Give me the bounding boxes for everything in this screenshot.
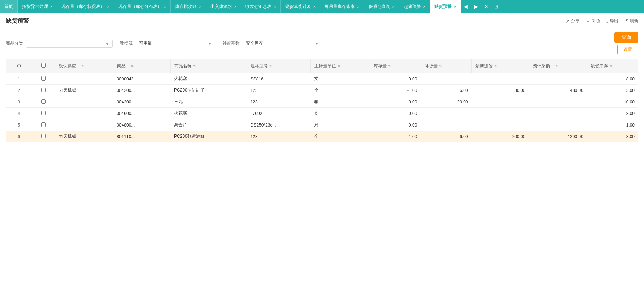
cell-checkbox[interactable] <box>32 131 55 142</box>
tab-close-order-stats[interactable]: × <box>313 4 316 9</box>
th-settings: ⚙ <box>6 59 32 73</box>
tab-inout-flow[interactable]: 出入库流水 × <box>206 0 241 13</box>
cell-name: PC200油缸缸子 <box>170 85 247 96</box>
tab-batch-account[interactable]: 库存批次账 × <box>171 0 206 13</box>
cell-name: PC200张紧油缸 <box>170 131 247 142</box>
th-code[interactable]: 商品... ⇅ <box>113 59 170 73</box>
tab-close-inventory-status[interactable]: × <box>107 4 109 9</box>
cell-replenish: 6.00 <box>421 85 471 96</box>
cell-code: 004800... <box>113 119 170 131</box>
cell-replenish <box>421 73 471 85</box>
row-checkbox[interactable] <box>41 122 46 127</box>
cell-min-stock: 3.00 <box>587 85 638 96</box>
refresh-button[interactable]: ↺ 刷新 <box>624 18 638 24</box>
cell-code: 0000042 <box>113 73 170 85</box>
tab-close-available-ledger[interactable]: × <box>357 4 359 9</box>
datasource-filter: 数据源 可用量 ▼ <box>120 39 215 48</box>
sort-spec-icon: ⇅ <box>269 64 272 68</box>
cell-spec: J7092 <box>247 108 310 119</box>
th-spec[interactable]: 规格型号 ⇅ <box>247 59 310 73</box>
category-select[interactable]: ▼ <box>26 40 113 48</box>
sort-stock-icon: ⇅ <box>388 64 391 68</box>
tab-abnormal[interactable]: 拣货异常处理 × <box>18 0 57 13</box>
cell-latest-price <box>472 73 529 85</box>
tab-close-shortage[interactable]: × <box>454 4 456 9</box>
cell-code: 004600... <box>113 108 170 119</box>
tab-inventory-status[interactable]: 现存量（库存状况表） × <box>57 0 114 13</box>
cell-checkbox[interactable] <box>32 85 55 96</box>
th-latest-price[interactable]: 最新进价 ⇅ <box>472 59 529 73</box>
settings-button[interactable]: 设置 <box>617 45 638 54</box>
tab-expiry-query[interactable]: 保质期查询 × <box>364 0 399 13</box>
tab-overstock[interactable]: 超储预警 × <box>399 0 430 13</box>
share-icon: ↗ <box>566 18 570 24</box>
tab-prev-button[interactable]: ◀ <box>461 0 471 13</box>
category-label: 商品分类 <box>6 40 23 47</box>
cell-checkbox[interactable] <box>32 119 55 131</box>
tab-close-abnormal[interactable]: × <box>50 4 52 9</box>
datasource-select[interactable]: 可用量 ▼ <box>136 39 215 48</box>
th-name[interactable]: 商品名称 ⇅ <box>170 59 247 73</box>
replenish-base-select[interactable]: 安全库存 ▼ <box>243 39 322 48</box>
datasource-label: 数据源 <box>120 40 133 47</box>
row-checkbox[interactable] <box>41 134 46 138</box>
cell-spec: SS816 <box>247 73 310 85</box>
cell-forecast: 480.00 <box>529 85 587 96</box>
sort-supplier-icon: ⇅ <box>81 64 84 68</box>
table-row: 2 力天机械 004200... PC200油缸缸子 123 个 -1.00 6… <box>6 85 638 96</box>
share-button[interactable]: ↗ 分享 <box>566 18 580 24</box>
datasource-chevron-icon: ▼ <box>208 41 212 46</box>
tab-close-inout-flow[interactable]: × <box>234 4 236 9</box>
tab-close-inventory-dist[interactable]: × <box>164 4 166 9</box>
th-min-stock[interactable]: 最低库存 ⇅ <box>587 59 638 73</box>
sort-minstock-icon: ⇅ <box>609 64 612 68</box>
cell-checkbox[interactable] <box>32 73 55 85</box>
tab-close-all-button[interactable]: ✕ <box>481 0 491 13</box>
cell-code: 004200... <box>113 85 170 96</box>
replenish-button[interactable]: ＋ 补货 <box>586 18 600 25</box>
th-replenish[interactable]: 补货量 ⇅ <box>421 59 471 73</box>
sort-name-icon: ⇅ <box>193 64 196 68</box>
th-unit[interactable]: 主计量单位 ⇅ <box>310 59 370 73</box>
export-button[interactable]: ↓ 导出 <box>606 18 619 24</box>
tab-available-ledger[interactable]: 可用量库存账本 × <box>320 0 364 13</box>
tab-receive-summary[interactable]: 收发存汇总表 × <box>241 0 280 13</box>
th-stock[interactable]: 库存量 ⇅ <box>370 59 421 73</box>
cell-spec: DS250*23c... <box>247 119 310 131</box>
select-all-checkbox[interactable] <box>41 63 46 68</box>
cell-num: 4 <box>6 108 32 119</box>
tab-close-batch-account[interactable]: × <box>199 4 201 9</box>
tab-shortage[interactable]: 缺货预警 × <box>430 0 461 13</box>
cell-checkbox[interactable] <box>32 108 55 119</box>
cell-spec: 123 <box>247 131 310 142</box>
cell-forecast <box>529 96 587 108</box>
th-supplier[interactable]: 默认供应... ⇅ <box>55 59 113 73</box>
row-checkbox[interactable] <box>41 99 46 104</box>
tab-order-stats[interactable]: 要货单统计表 × <box>281 0 320 13</box>
cell-stock: 0.00 <box>370 73 421 85</box>
tab-close-receive-summary[interactable]: × <box>274 4 276 9</box>
tab-inventory-dist[interactable]: 现存量（库存分布表） × <box>114 0 171 13</box>
row-checkbox[interactable] <box>41 111 46 115</box>
sort-replenish-icon: ⇅ <box>439 64 442 68</box>
row-checkbox[interactable] <box>41 88 46 92</box>
sort-code-icon: ⇅ <box>131 64 134 68</box>
cell-checkbox[interactable] <box>32 96 55 108</box>
tab-expand-button[interactable]: ⊡ <box>491 0 501 13</box>
tab-home[interactable]: 首页 <box>0 0 18 13</box>
tab-close-overstock[interactable]: × <box>423 4 425 9</box>
cell-forecast: 1200.00 <box>529 131 587 142</box>
replenish-icon: ＋ <box>586 18 590 25</box>
table-settings-button[interactable]: ⚙ <box>15 62 23 70</box>
row-checkbox[interactable] <box>41 76 46 81</box>
refresh-icon: ↺ <box>624 18 628 24</box>
sort-unit-icon: ⇅ <box>338 64 340 68</box>
tab-next-button[interactable]: ▶ <box>471 0 481 13</box>
th-forecast[interactable]: 预计采购... ⇅ <box>529 59 587 73</box>
datasource-value: 可用量 <box>139 40 152 47</box>
cell-supplier <box>55 119 113 131</box>
cell-unit: 个 <box>310 85 370 96</box>
query-button[interactable]: 查询 <box>614 32 638 43</box>
tab-close-expiry-query[interactable]: × <box>392 4 395 9</box>
page-title: 缺货预警 <box>6 17 29 25</box>
